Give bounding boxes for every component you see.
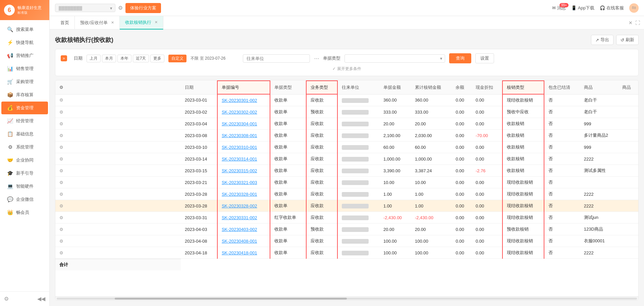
settings-gear-icon[interactable]: ⚙ — [118, 5, 123, 11]
cell-doc_no[interactable]: SK-20230304-001 — [217, 118, 270, 130]
sidebar-item-4[interactable]: 🛒采购管理 — [1, 75, 48, 88]
blurred-data — [342, 98, 369, 103]
cell-doc_no[interactable]: SK-20230328-001 — [217, 188, 270, 200]
industry-solution-button[interactable]: 体验行业方案 — [125, 3, 161, 13]
sidebar-label-0: 搜索菜单 — [16, 26, 34, 33]
date-btn-近7天[interactable]: 近7天 — [133, 55, 149, 62]
sidebar-item-3[interactable]: 📊销售管理 — [1, 62, 48, 75]
cell-doc_no[interactable]: SK-20230403-002 — [217, 224, 270, 235]
cell-doc_no[interactable]: SK-20230308-001 — [217, 130, 270, 141]
sidebar-item-5[interactable]: 📦库存核算 — [1, 88, 48, 101]
cell-product: 2222 — [580, 188, 619, 200]
cell-doc_no[interactable]: SK-20230408-001 — [217, 235, 270, 247]
maximize-icon[interactable]: ⛶ — [635, 20, 640, 25]
cell-doc_no[interactable]: SK-20230302-002 — [217, 106, 270, 118]
query-button[interactable]: 查询 — [449, 53, 471, 63]
table-horizontal-scrollbar[interactable] — [55, 296, 638, 300]
cell-doc_no[interactable]: SK-20230310-001 — [217, 141, 270, 153]
more-filter-dots[interactable]: ··· — [314, 55, 319, 62]
refresh-button[interactable]: ↺ 刷新 — [616, 35, 639, 45]
cell-gear[interactable]: ⚙ — [55, 200, 181, 212]
sidebar-item-12[interactable]: 💻智能硬件 — [1, 180, 48, 193]
cell-gear[interactable]: ⚙ — [55, 188, 181, 200]
cell-gear[interactable]: ⚙ — [55, 106, 181, 118]
cell-gear[interactable]: ⚙ — [55, 165, 181, 177]
cell-gear[interactable]: ⚙ — [55, 118, 181, 130]
settings-icon[interactable]: ⚙ — [4, 296, 9, 302]
filter-expand-button[interactable]: » — [61, 55, 67, 61]
sidebar-nav: 🔍搜索菜单⚡快捷导航📢营销推广📊销售管理🛒采购管理📦库存核算💰资金管理📈经营管理… — [0, 20, 49, 291]
cell-gear[interactable]: ⚙ — [55, 247, 181, 259]
cell-product: 2222 — [580, 247, 619, 259]
user-avatar[interactable]: Rit — [629, 3, 639, 13]
cell-date: 2023-04-18 — [181, 247, 217, 259]
cell-cum_amount: -2,430.00 — [411, 212, 451, 224]
date-range-display: 不限 至 2023-07-26 — [191, 56, 225, 61]
cell-discount: 0.00 — [472, 212, 502, 224]
custom-date-button[interactable]: 自定义 — [168, 55, 186, 62]
sidebar-item-13[interactable]: 💬企业微信 — [1, 193, 48, 206]
cell-cum_amount: 3,387.24 — [411, 165, 451, 177]
cell-gear[interactable]: ⚙ — [55, 130, 181, 141]
mobile-icon: 📱 — [571, 5, 577, 10]
sidebar-item-10[interactable]: 🤝企业协同 — [1, 154, 48, 167]
cell-doc_no[interactable]: SK-20230418-001 — [217, 247, 270, 259]
close-tab-icon[interactable]: ✕ — [629, 20, 633, 25]
cell-gear[interactable]: ⚙ — [55, 235, 181, 247]
date-btn-上月[interactable]: 上月 — [87, 55, 101, 62]
messages-button[interactable]: ✉ 消息 99+ — [552, 5, 566, 11]
cell-doc_no[interactable]: SK-20230315-002 — [217, 165, 270, 177]
date-btn-本年[interactable]: 本年 — [117, 55, 131, 62]
cell-discount: 0.00 — [472, 141, 502, 153]
message-icon: ✉ — [552, 5, 556, 10]
cell-doc_no[interactable]: SK-20230301-002 — [217, 94, 270, 106]
cell-amount: 1.00 — [379, 188, 411, 200]
collapse-icon[interactable]: ◀◀ — [37, 296, 45, 302]
date-btn-更多[interactable]: 更多 — [150, 55, 164, 62]
sidebar-item-14[interactable]: 👑畅会员 — [1, 206, 48, 219]
cell-amount: 60.00 — [379, 141, 411, 153]
record-type-select[interactable] — [344, 54, 445, 63]
footer-cell-8 — [112, 262, 120, 267]
cell-gear[interactable]: ⚙ — [55, 224, 181, 235]
tab-home[interactable]: 首页 — [55, 16, 75, 29]
tab-prepayment[interactable]: 预收/应收付单 ✕ — [75, 16, 120, 29]
sidebar-item-7[interactable]: 📈经营管理 — [1, 115, 48, 127]
partner-input[interactable] — [243, 54, 310, 63]
sidebar-icon-5: 📦 — [7, 92, 13, 98]
sidebar-item-9[interactable]: ⚙系统管理 — [1, 141, 48, 154]
workspace-dropdown[interactable]: ▓▓▓▓▓▓▓▓ ▾ — [55, 4, 115, 12]
sidebar-item-1[interactable]: ⚡快捷导航 — [1, 36, 48, 49]
cell-doc_no[interactable]: SK-20230314-001 — [217, 153, 270, 165]
tab-collection-writeoff[interactable]: 收款核销执行 ✕ — [120, 16, 163, 29]
cell-gear[interactable]: ⚙ — [55, 94, 181, 106]
app-download-button[interactable]: 📱 App下载 — [571, 5, 594, 11]
tab-prepayment-close[interactable]: ✕ — [111, 20, 114, 25]
cell-doc_no[interactable]: SK-20230321-003 — [217, 177, 270, 188]
expand-conditions-button[interactable]: ✓ 展开更多条件 — [332, 66, 361, 72]
filter-settings-button[interactable]: 设置 — [475, 53, 494, 63]
tab-collection-writeoff-close[interactable]: ✕ — [155, 20, 158, 24]
sidebar-item-6[interactable]: 💰资金管理 — [1, 102, 48, 114]
date-btn-本月[interactable]: 本月 — [102, 55, 116, 62]
sidebar-item-2[interactable]: 📢营销推广 — [1, 49, 48, 62]
cell-write_off_type: 预收中应收 — [502, 106, 544, 118]
cell-settled: 否 — [544, 118, 580, 130]
cell-write_off_type: 收款核销 — [502, 165, 544, 177]
sidebar-item-11[interactable]: 🎓新手引导 — [1, 167, 48, 180]
cell-doc_no[interactable]: SK-20230328-002 — [217, 200, 270, 212]
sidebar-item-0[interactable]: 🔍搜索菜单 — [1, 23, 48, 36]
cell-gear[interactable]: ⚙ — [55, 212, 181, 224]
cell-gear[interactable]: ⚙ — [55, 141, 181, 153]
cell-gear[interactable]: ⚙ — [55, 153, 181, 165]
footer-cell-7 — [104, 262, 112, 267]
cell-cum_amount: 100.00 — [411, 247, 451, 259]
sidebar-item-8[interactable]: 📋基础信息 — [1, 128, 48, 140]
sidebar-icon-4: 🛒 — [7, 79, 13, 85]
export-button[interactable]: ↗ 导出 — [591, 35, 613, 45]
online-service-button[interactable]: 🎧 在线客服 — [600, 5, 624, 11]
table-scroll-area[interactable]: ⚙日期单据编号单据类型业务类型往来单位单据金额累计核销金额余额现金折扣核销类型包… — [55, 80, 638, 296]
cell-gear[interactable]: ⚙ — [55, 177, 181, 188]
blurred-data — [342, 145, 369, 150]
cell-doc_no[interactable]: SK-20230331-002 — [217, 212, 270, 224]
